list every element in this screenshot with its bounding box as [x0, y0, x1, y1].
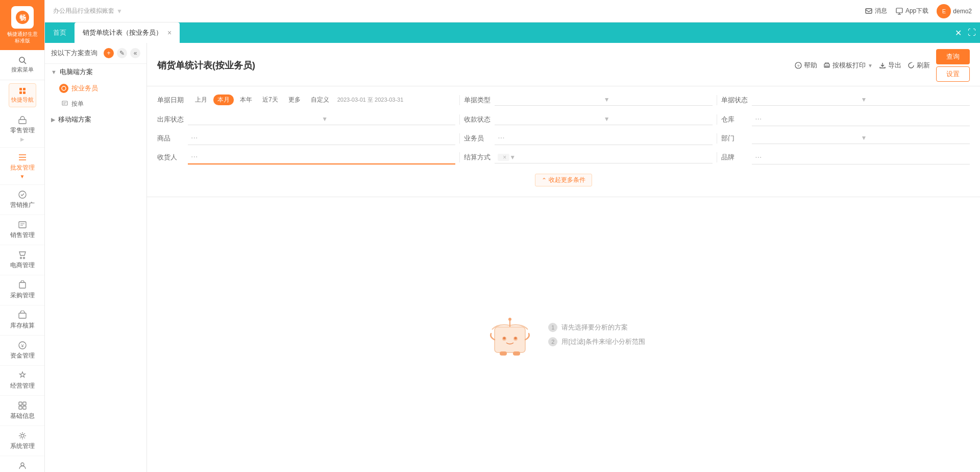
sidebar-item-basic[interactable]: 基础信息	[0, 396, 44, 426]
tab-expand-icon[interactable]: ⛶	[968, 28, 976, 37]
doc-status-select[interactable]: ▼	[752, 94, 970, 106]
print-action[interactable]: 按模板打印 ▼	[823, 61, 873, 70]
topbar-actions: 消息 App下载 E demo2	[865, 4, 972, 18]
goods-dots-icon[interactable]: ···	[191, 133, 198, 143]
consignee-control[interactable]: ···	[188, 150, 455, 164]
tab-home[interactable]: 首页	[45, 22, 75, 43]
export-action[interactable]: 导出	[879, 61, 901, 70]
date-7days-btn[interactable]: 近7天	[258, 95, 282, 105]
sidebar-item-ecommerce[interactable]: 电商管理	[0, 245, 44, 275]
quick-nav-section[interactable]: 快捷导航	[9, 83, 36, 107]
settlement-tag: ×	[498, 154, 509, 161]
collect-status-select[interactable]: ▼	[495, 113, 713, 125]
sidebar-item-basic-label: 基础信息	[10, 412, 35, 420]
sidebar-item-purchase-label: 采购管理	[10, 291, 35, 300]
sidebar-item-operation[interactable]: 经营管理	[0, 366, 44, 396]
brand-control[interactable]: ···	[752, 151, 970, 164]
filter-out-status: 出库状态 ▼	[157, 113, 455, 125]
sidebar-item-marketing[interactable]: 营销推广	[0, 185, 44, 215]
tip-num-2: 2	[548, 337, 557, 346]
date-prev-month-btn[interactable]: 上月	[191, 95, 211, 105]
out-status-chevron-icon: ▼	[322, 115, 452, 123]
warehouse-control[interactable]: ···	[752, 112, 970, 126]
tree-group-pc[interactable]: ▼ 电脑端方案	[45, 64, 146, 80]
doc-type-select[interactable]: ▼	[495, 94, 713, 106]
salesman-dots-icon[interactable]: ···	[498, 133, 504, 143]
page-title: 销货单统计表(按业务员)	[157, 59, 255, 72]
tree-group-mobile-label: 移动端方案	[58, 115, 91, 124]
date-curr-month-btn[interactable]: 本月	[213, 95, 234, 105]
warehouse-dots-icon[interactable]: ···	[755, 114, 762, 124]
chevron-down-icon: ▼	[20, 174, 25, 179]
tree-scheme-icon	[59, 84, 68, 93]
add-scheme-button[interactable]: +	[104, 48, 114, 58]
divider-8	[717, 152, 717, 162]
settings-button[interactable]: 设置	[936, 66, 970, 82]
help-action[interactable]: ? 帮助	[795, 61, 817, 70]
out-status-select[interactable]: ▼	[188, 113, 455, 125]
edit-scheme-button[interactable]: ✎	[117, 48, 127, 58]
svg-rect-21	[19, 406, 22, 409]
tree-group-pc-label: 电脑端方案	[60, 67, 93, 77]
filter-row-3: 商品 ··· 业务员 ··· 部门	[157, 131, 970, 145]
goods-control[interactable]: ···	[188, 131, 455, 145]
left-panel-actions: + ✎ «	[104, 48, 140, 58]
svg-rect-38	[62, 101, 67, 105]
tab-sales-stat-label: 销货单统计表（按业务员）	[83, 28, 162, 37]
sidebar-item-finance[interactable]: ¥ 资金管理	[0, 336, 44, 366]
collapse-button[interactable]: ⌃ 收起更多条件	[535, 174, 592, 186]
svg-rect-33	[866, 9, 872, 13]
date-custom-btn[interactable]: 自定义	[307, 95, 333, 105]
filter-panel: 单据日期 上月 本月 本年 近7天 更多 自定义 2023-03-01 至 20…	[147, 86, 980, 197]
sidebar-item-purchase[interactable]: 采购管理	[0, 275, 44, 305]
consignee-dots-icon[interactable]: ···	[191, 152, 198, 161]
search-menu-button[interactable]: 搜索菜单	[3, 54, 41, 76]
sidebar-item-inventory[interactable]: 库存核算	[0, 305, 44, 336]
filter-row-2: 出库状态 ▼ 收款状态 ▼	[157, 112, 970, 126]
app-download-action[interactable]: App下载	[895, 7, 928, 15]
svg-rect-19	[19, 402, 22, 405]
app-download-label: App下载	[905, 7, 928, 15]
sidebar-item-wholesale[interactable]: 批发管理 ▼	[0, 148, 44, 185]
sidebar-item-sales[interactable]: 销售管理	[0, 215, 44, 245]
salesman-control[interactable]: ···	[495, 131, 713, 145]
message-action[interactable]: 消息	[865, 7, 887, 15]
svg-rect-20	[23, 402, 26, 405]
tab-sales-stat[interactable]: 销货单统计表（按业务员） ×	[75, 22, 180, 43]
sidebar-item-enterprise[interactable]: 企业协同	[0, 456, 44, 472]
user-profile[interactable]: E demo2	[937, 4, 972, 18]
breadcrumb: 办公用品行业模拟账套 ▼	[53, 7, 859, 15]
tree-group-mobile[interactable]: ▶ 移动端方案	[45, 111, 146, 128]
settlement-select[interactable]: × ▼	[495, 152, 713, 163]
svg-text:?: ?	[797, 64, 800, 68]
left-panel-title: 按以下方案查询	[51, 49, 97, 58]
date-filter-buttons: 上月 本月 本年 近7天 更多 自定义	[191, 95, 333, 105]
svg-point-37	[62, 86, 66, 90]
doc-type-label: 单据类型	[464, 96, 495, 105]
tree-scheme-salesman[interactable]: 按业务员	[45, 80, 146, 97]
svg-point-24	[21, 463, 24, 466]
app-logo[interactable]: 畅 畅捷通好生意 标准版	[0, 0, 44, 50]
settlement-label: 结算方式	[464, 153, 495, 162]
settlement-tag-close-icon[interactable]: ×	[503, 154, 506, 160]
tab-close-icon[interactable]: ×	[167, 29, 172, 36]
svg-point-14	[23, 257, 24, 259]
sidebar-item-retail[interactable]: 零售管理 ▶	[0, 110, 44, 148]
tree-scheme-by-order[interactable]: 按单	[45, 97, 146, 111]
query-button[interactable]: 查询	[936, 49, 970, 64]
date-curr-year-btn[interactable]: 本年	[236, 95, 256, 105]
refresh-action[interactable]: 刷新	[908, 61, 930, 70]
breadcrumb-text: 办公用品行业模拟账套	[53, 7, 114, 15]
topbar: 办公用品行业模拟账套 ▼ 消息 App下载 E demo2	[45, 0, 980, 22]
empty-state-content: 1 请先选择要分析的方案 2 用[过滤]条件来缩小分析范围	[482, 309, 645, 360]
doc-status-chevron-icon: ▼	[861, 96, 967, 103]
sidebar-item-system[interactable]: 系统管理	[0, 426, 44, 456]
filter-consignee: 收货人 ···	[157, 150, 455, 164]
page-header-actions: ? 帮助 按模板打印 ▼ 导出 刷新	[795, 49, 970, 82]
collapse-panel-button[interactable]: «	[130, 48, 140, 58]
svg-point-13	[20, 257, 21, 259]
brand-dots-icon[interactable]: ···	[755, 153, 762, 162]
date-more-btn[interactable]: 更多	[284, 95, 305, 105]
department-select[interactable]: ▼	[752, 132, 970, 144]
tab-close-all-icon[interactable]: ✕	[955, 28, 962, 38]
